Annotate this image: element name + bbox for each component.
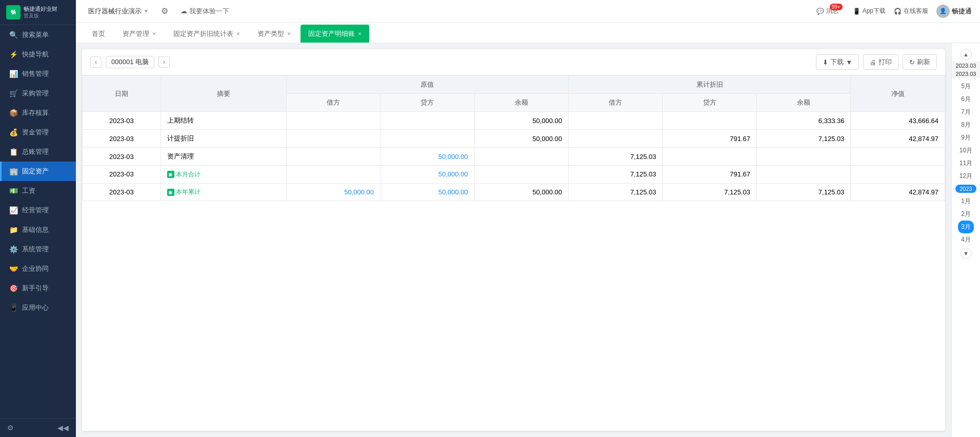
timeline-month-before[interactable]: 5月 xyxy=(956,80,975,93)
sidebar-item-guide[interactable]: 🎯 新手引导 xyxy=(0,279,76,298)
experience-btn[interactable]: ☁ 我要体验一下 xyxy=(176,5,233,18)
col-date-header: 日期 xyxy=(83,76,161,112)
sidebar-item-operations[interactable]: 📈 经营管理 xyxy=(0,201,76,220)
tab-label-asset-mgmt: 资产管理 xyxy=(123,29,149,38)
col-accum-balance-header: 余额 xyxy=(756,94,850,112)
refresh-icon: ↻ xyxy=(909,58,915,66)
timeline-month-before[interactable]: 6月 xyxy=(956,93,975,106)
sidebar-icon-funds: 💰 xyxy=(9,128,18,137)
user-menu[interactable]: 👤 畅捷通 xyxy=(936,5,972,18)
sidebar-icon-app-center: 📱 xyxy=(9,303,18,312)
timeline-month-2023[interactable]: 2月 xyxy=(958,208,974,221)
tab-asset-mgmt[interactable]: 资产管理× xyxy=(115,25,164,43)
sidebar-item-payroll[interactable]: 💵 工资 xyxy=(0,181,76,201)
sidebar-label-system: 系统管理 xyxy=(22,245,49,254)
refresh-btn[interactable]: ↻ 刷新 xyxy=(903,54,937,70)
logo-subtitle: 普及版 xyxy=(24,12,57,19)
prev-record-btn[interactable]: ‹ xyxy=(90,56,102,68)
customer-service-label: 在线客服 xyxy=(904,7,928,15)
sidebar-item-ledger[interactable]: 📋 总账管理 xyxy=(0,142,76,162)
col-orig-credit-header: 贷方 xyxy=(381,94,474,112)
sidebar-item-inventory[interactable]: 📦 库存核算 xyxy=(0,103,76,123)
tab-close-depreciation-table[interactable]: × xyxy=(236,30,240,37)
tab-label-asset-ledger: 固定资产明细账 xyxy=(308,29,355,38)
sidebar-item-app-center[interactable]: 📱 应用中心 xyxy=(0,298,76,317)
cell-orig-credit-3: 50,000.00 xyxy=(381,166,474,184)
sidebar-item-search[interactable]: 🔍 搜索菜单 xyxy=(0,25,76,45)
sidebar-item-enterprise[interactable]: 🤝 企业协同 xyxy=(0,259,76,279)
tab-close-asset-mgmt[interactable]: × xyxy=(152,30,156,37)
timeline-month-before[interactable]: 9月 xyxy=(956,131,975,144)
sidebar-item-purchase[interactable]: 🛒 采购管理 xyxy=(0,84,76,103)
tab-asset-ledger[interactable]: 固定资产明细账× xyxy=(301,25,369,43)
sidebar-icon-guide: 🎯 xyxy=(9,284,18,293)
cell-orig-credit-4: 50,000.00 xyxy=(381,183,474,201)
sidebar-icon-ledger: 📋 xyxy=(9,147,18,156)
sidebar-label-purchase: 采购管理 xyxy=(22,89,49,98)
download-btn[interactable]: ⬇ 下载 ▼ xyxy=(816,54,859,70)
sidebar-icon-fixed-assets: 🏢 xyxy=(9,167,18,176)
message-btn[interactable]: 💬 消息 99+ xyxy=(816,7,838,15)
cell-orig-credit-1 xyxy=(381,130,474,148)
sidebar-label-guide: 新手引导 xyxy=(22,284,49,293)
cell-date-4: 2023-03 xyxy=(83,183,161,201)
cell-net-value-2 xyxy=(851,148,945,166)
sidebar-item-sales[interactable]: 📊 销售管理 xyxy=(0,64,76,84)
content-area: ‹ 000001 电脑 › ⬇ 下载 ▼ 🖨 打印 ↻ 刷新 xyxy=(76,43,980,437)
topbar: 医疗器械行业演示 ▼ ⚙ ☁ 我要体验一下 💬 消息 99+ 📱 App下载 🎧… xyxy=(76,0,980,23)
settings-gear-icon[interactable]: ⚙ xyxy=(157,4,172,18)
collapse-icon[interactable]: ◀◀ xyxy=(57,424,69,432)
cell-accum-credit-3: 791.67 xyxy=(663,166,756,184)
tab-close-asset-type[interactable]: × xyxy=(287,30,291,37)
sidebar-item-funds[interactable]: 💰 资金管理 xyxy=(0,123,76,142)
settings-icon[interactable]: ⚙ xyxy=(7,424,14,432)
timeline-month-2023[interactable]: 1月 xyxy=(958,195,974,208)
print-label: 打印 xyxy=(878,57,892,67)
cell-summary-3: ▣本月合计 xyxy=(161,166,286,184)
topbar-actions: 💬 消息 99+ 📱 App下载 🎧 在线客服 👤 畅捷通 xyxy=(816,5,972,18)
cell-accum-credit-4: 7,125.03 xyxy=(663,183,756,201)
tab-close-asset-ledger[interactable]: × xyxy=(358,30,362,37)
timeline-up-btn[interactable]: ▲ xyxy=(961,49,972,60)
timeline-month-before[interactable]: 8月 xyxy=(956,118,975,131)
timeline-month-before[interactable]: 12月 xyxy=(956,170,975,183)
tab-home[interactable]: 首页 xyxy=(84,25,113,43)
tab-depreciation-table[interactable]: 固定资产折旧统计表× xyxy=(166,25,248,43)
cell-orig-debit-4: 50,000.00 xyxy=(286,183,380,201)
print-btn[interactable]: 🖨 打印 xyxy=(863,54,898,70)
cell-orig-balance-3 xyxy=(474,166,568,184)
cell-orig-debit-3 xyxy=(286,166,380,184)
sidebar-icon-sales: 📊 xyxy=(9,69,18,78)
sidebar-label-base-info: 基础信息 xyxy=(22,225,49,234)
col-net-value-header: 净值 xyxy=(851,76,945,112)
sidebar-label-funds: 资金管理 xyxy=(22,128,49,137)
sidebar-label-payroll: 工资 xyxy=(22,186,35,195)
sidebar-item-system[interactable]: ⚙️ 系统管理 xyxy=(0,240,76,259)
sidebar-icon-purchase: 🛒 xyxy=(9,89,18,98)
timeline-month-before[interactable]: 7月 xyxy=(956,106,975,118)
timeline-month-before[interactable]: 11月 xyxy=(956,157,975,170)
cell-orig-debit-1 xyxy=(286,130,380,148)
table-row: 2023-03 计提折旧 50,000.00 791.67 7,125.03 4… xyxy=(83,130,945,148)
timeline-down-btn[interactable]: ▼ xyxy=(961,248,972,259)
next-record-btn[interactable]: › xyxy=(158,56,170,68)
company-selector[interactable]: 医疗器械行业演示 ▼ xyxy=(84,5,153,18)
app-download-label: App下载 xyxy=(863,7,886,15)
col-accum-debit-header: 借方 xyxy=(569,94,663,112)
sidebar-item-base-info[interactable]: 📁 基础信息 xyxy=(0,220,76,240)
cell-date-1: 2023-03 xyxy=(83,130,161,148)
timeline-year-badge[interactable]: 2023 xyxy=(955,185,976,193)
cell-summary-4: ▣本年累计 xyxy=(161,183,286,201)
timeline-panel: ▲ 2023.03 2023.03 5月6月7月8月9月10月11月12月 20… xyxy=(951,43,980,437)
sidebar-logo: 畅 畅捷通好业财 普及版 xyxy=(0,0,76,25)
timeline-month-2023[interactable]: 4月 xyxy=(958,233,974,246)
timeline-month-2023[interactable]: 3月 xyxy=(958,221,974,233)
app-download-btn[interactable]: 📱 App下载 xyxy=(853,7,886,15)
sidebar-item-quick-nav[interactable]: ⚡ 快捷导航 xyxy=(0,45,76,64)
tabbar: 首页资产管理×固定资产折旧统计表×资产类型×固定资产明细账× xyxy=(76,23,980,43)
sidebar-item-fixed-assets[interactable]: 🏢 固定资产 xyxy=(0,162,76,181)
timeline-months-before: 5月6月7月8月9月10月11月12月 xyxy=(956,80,975,183)
timeline-month-before[interactable]: 10月 xyxy=(956,144,975,157)
tab-asset-type[interactable]: 资产类型× xyxy=(250,25,298,43)
customer-service-btn[interactable]: 🎧 在线客服 xyxy=(894,7,928,15)
